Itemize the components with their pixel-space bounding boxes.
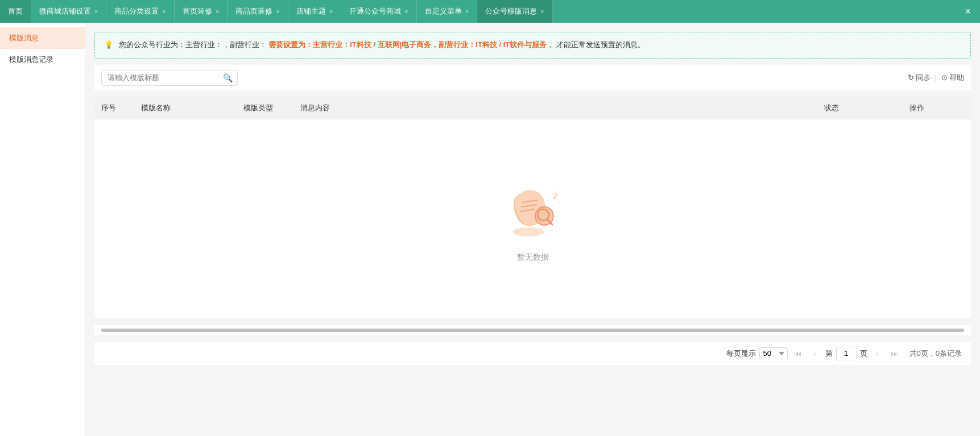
next-page-button[interactable]: ›	[871, 347, 884, 360]
table-header: 序号 模版名称 模版类型 消息内容 状态 操作	[94, 97, 971, 119]
col-header-action: 操作	[903, 97, 971, 119]
col-header-status: 状态	[817, 97, 903, 119]
toolbar-right: ↻ 同步 | ⊙ 帮助	[908, 73, 964, 83]
tab-close-category-settings[interactable]: ×	[162, 8, 166, 15]
tab-close-custom-menu[interactable]: ×	[465, 8, 469, 15]
tab-close-product-decor[interactable]: ×	[276, 8, 279, 15]
tab-store-theme[interactable]: 店铺主题 ×	[288, 0, 341, 23]
tab-custom-menu[interactable]: 自定义菜单 ×	[417, 0, 477, 23]
notice-box: 💡 您的公众号行业为：主营行业：，副营行业： 需要设置为：主营行业：IT科技 /…	[94, 32, 971, 59]
svg-point-0	[512, 227, 544, 236]
col-header-type: 模版类型	[237, 97, 293, 119]
empty-illustration	[499, 175, 567, 243]
sidebar: 模版消息 模版消息记录	[0, 23, 85, 436]
scrollbar-thumb[interactable]	[101, 329, 964, 332]
sidebar-item-template-msg[interactable]: 模版消息	[0, 27, 85, 49]
lightbulb-icon: 💡	[104, 40, 113, 49]
empty-text: 暂无数据	[517, 252, 549, 263]
tab-close-open-mall[interactable]: ×	[404, 8, 408, 15]
tab-bar: 首页 微商城店铺设置 × 商品分类设置 × 首页装修 × 商品页装修 × 店铺主…	[0, 0, 980, 23]
tab-close-shop-settings[interactable]: ×	[94, 8, 98, 15]
total-info: 共0页，0条记录	[909, 348, 962, 359]
page-size-select[interactable]: 50 20 100	[759, 347, 788, 359]
tab-shop-settings[interactable]: 微商城店铺设置 ×	[31, 0, 106, 23]
search-box: 🔍	[101, 70, 238, 86]
page-input[interactable]	[836, 347, 857, 360]
search-input[interactable]	[102, 70, 218, 85]
content-area: 💡 您的公众号行业为：主营行业：，副营行业： 需要设置为：主营行业：IT科技 /…	[85, 23, 980, 436]
col-header-content: 消息内容	[293, 97, 817, 119]
sidebar-item-template-msg-record[interactable]: 模版消息记录	[0, 49, 85, 70]
scrollbar-track[interactable]	[101, 329, 964, 332]
sync-icon: ↻	[908, 73, 914, 82]
col-header-index: 序号	[94, 97, 134, 119]
first-page-button[interactable]: ⏮	[791, 347, 805, 360]
tab-bar-close-all[interactable]: ×	[956, 0, 980, 23]
search-button[interactable]: 🔍	[218, 70, 237, 85]
tab-close-home-decor[interactable]: ×	[216, 8, 219, 15]
help-icon: ⊙	[941, 73, 948, 82]
page-size-label: 每页显示	[726, 348, 756, 359]
tab-close-store-theme[interactable]: ×	[329, 8, 333, 15]
tab-category-settings[interactable]: 商品分类设置 ×	[106, 0, 174, 23]
scrollbar-area	[94, 325, 971, 335]
prev-page-button[interactable]: ‹	[808, 347, 822, 360]
toolbar: 🔍 ↻ 同步 | ⊙ 帮助	[94, 65, 971, 90]
main-layout: 模版消息 模版消息记录 💡 您的公众号行业为：主营行业：，副营行业： 需要设置为…	[0, 23, 980, 436]
tab-home[interactable]: 首页	[0, 0, 31, 23]
table-body: 暂无数据	[94, 119, 971, 318]
tab-template-msg[interactable]: 公众号模版消息 ×	[477, 0, 552, 23]
page-suffix: 页	[860, 348, 867, 359]
col-header-name: 模版名称	[134, 97, 237, 119]
tab-product-decor[interactable]: 商品页装修 ×	[228, 0, 288, 23]
last-page-button[interactable]: ⏭	[888, 347, 902, 360]
tab-home-decor[interactable]: 首页装修 ×	[175, 0, 228, 23]
page-label: 第	[825, 348, 833, 359]
table-container: 序号 模版名称 模版类型 消息内容 状态 操作	[94, 97, 971, 318]
help-button[interactable]: ⊙ 帮助	[941, 73, 964, 83]
tab-close-template-msg[interactable]: ×	[540, 8, 544, 15]
tab-open-mall[interactable]: 开通公众号商城 ×	[341, 0, 416, 23]
pagination: 每页显示 50 20 100 ⏮ ‹ 第 页 › ⏭ 共0页，0条记录	[94, 342, 971, 365]
toolbar-divider: |	[935, 73, 937, 82]
svg-point-8	[558, 201, 560, 203]
sync-button[interactable]: ↻ 同步	[908, 73, 931, 83]
